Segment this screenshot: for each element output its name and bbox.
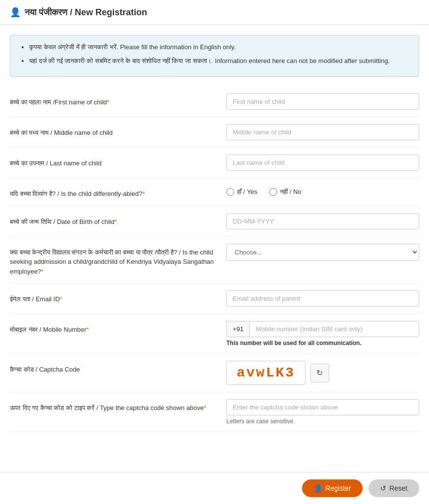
required-star: * [87,326,89,333]
mobile-prefix: +91 [226,321,249,337]
reset-label: Reset [389,484,407,492]
last-name-wrap [226,155,419,171]
captcha-image: avwLK3 [226,361,306,385]
first-name-label: बच्चे का पहला नाम /First name of child* [10,94,216,107]
mobile-row: मोबाइल नंबर / Mobile Number* +91 This nu… [10,314,419,354]
captcha-refresh-button[interactable]: ↻ [310,364,329,382]
captcha-input-label: ऊपर दिए गए कैप्चा कोड को टाइप करें / Typ… [10,399,216,413]
last-name-label: बच्चे का उपनाम / Last name of child [10,155,216,168]
footer-actions: 👤 Register ↺ Reset [0,472,429,504]
dob-label: बच्चे की जन्म तिथि / Date of Birth of ch… [10,213,216,227]
kv-employee-select[interactable]: Choose... Yes No [226,244,419,261]
reset-button[interactable]: ↺ Reset [368,479,419,497]
dob-wrap [226,213,419,229]
reset-icon: ↺ [380,484,386,492]
email-wrap [226,290,419,307]
captcha-case-note: Letters are case sensitive. [226,418,419,425]
info-notice: कृपया केवल अंग्रेजी में ही जानकारी भरें.… [10,35,419,77]
register-label: Register [325,484,351,492]
register-icon: 👤 [314,484,322,492]
differently-abled-label: यदि बच्चा दिव्यांग है? / Is the child di… [10,185,216,199]
last-name-row: बच्चे का उपनाम / Last name of child [10,148,419,178]
middle-name-input[interactable] [226,124,419,140]
mobile-label: मोबाइल नंबर / Mobile Number* [10,321,216,335]
radio-no-text: नहीं / No [280,188,301,196]
email-label: ईमेल पता / Email ID* [10,290,216,304]
dob-input[interactable] [226,213,419,229]
captcha-wrap: avwLK3 ↻ [226,361,419,385]
radio-yes[interactable] [226,188,234,196]
new-registration-icon: 👤 [10,7,21,18]
required-star: * [107,98,109,106]
required-star: * [60,295,62,303]
differently-abled-radio-group: हाँ / Yes नहीं / No [226,185,419,196]
middle-name-row: बच्चे का मध्य नाम / Middle name of child [10,117,419,148]
mobile-input-group: +91 [226,321,419,337]
last-name-input[interactable] [226,155,419,171]
first-name-wrap [226,94,419,110]
required-star: * [142,190,145,197]
required-star: * [115,218,117,225]
email-row: ईमेल पता / Email ID* [10,284,419,314]
registration-form: बच्चे का पहला नाम /First name of child* … [0,82,429,437]
captcha-row: कैप्चा कोड / Captcha Code avwLK3 ↻ [10,354,419,392]
dob-row: बच्चे की जन्म तिथि / Date of Birth of ch… [10,206,419,237]
register-button[interactable]: 👤 Register [302,479,363,497]
radio-no-label[interactable]: नहीं / No [269,188,301,196]
captcha-input-wrap: Letters are case sensitive. [226,399,419,425]
mobile-note: This number will be used for all communi… [226,340,419,346]
page-title: नया पंजीकरण / New Registration [25,7,147,18]
first-name-row: बच्चे का पहला नाम /First name of child* [10,87,419,117]
middle-name-label: बच्चे का मध्य नाम / Middle name of child [10,124,216,138]
info-bullet-2: यहां दर्ज की गई जानकारी को सबमिट करने के… [29,56,410,66]
captcha-label: कैप्चा कोड / Captcha Code [10,361,216,375]
radio-yes-label[interactable]: हाँ / Yes [226,188,257,196]
differently-abled-row: यदि बच्चा दिव्यांग है? / Is the child di… [10,178,419,206]
info-bullet-1: कृपया केवल अंग्रेजी में ही जानकारी भरें.… [29,42,410,52]
kv-employee-row: क्या बच्चा केन्द्रीय विद्यालय संगठन के क… [10,237,419,284]
captcha-input-row: ऊपर दिए गए कैप्चा कोड को टाइप करें / Typ… [10,392,419,432]
captcha-input-field[interactable] [226,399,419,415]
mobile-wrap: +91 This number will be used for all com… [226,321,419,346]
kv-employee-wrap: Choose... Yes No [226,244,419,261]
differently-abled-wrap: हाँ / Yes नहीं / No [226,185,419,196]
required-star: * [204,404,206,411]
mobile-input[interactable] [249,321,419,337]
kv-employee-label: क्या बच्चा केन्द्रीय विद्यालय संगठन के क… [10,244,216,277]
email-input[interactable] [226,290,419,307]
required-star: * [41,268,44,275]
middle-name-wrap [226,124,419,140]
radio-yes-text: हाँ / Yes [237,188,257,196]
radio-no[interactable] [269,188,277,196]
captcha-group: avwLK3 ↻ [226,361,419,385]
first-name-input[interactable] [226,94,419,110]
